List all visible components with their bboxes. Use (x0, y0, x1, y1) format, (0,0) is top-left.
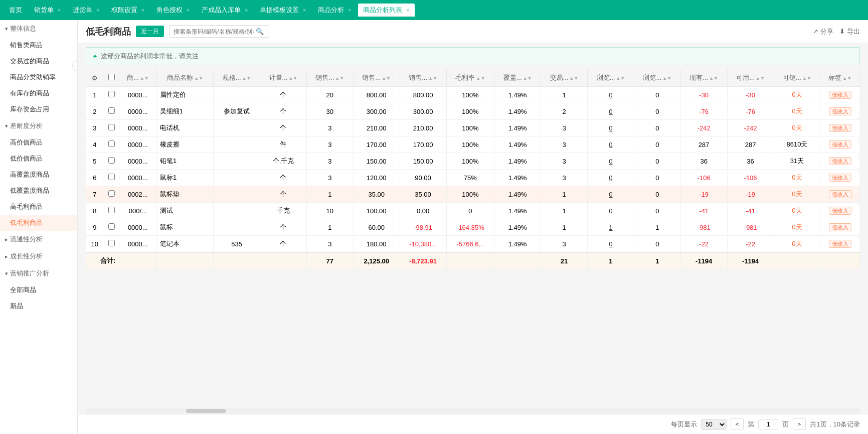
close-icon[interactable]: × (406, 7, 409, 13)
sidebar-item-in-stock[interactable]: 有库存的商品 (0, 85, 77, 101)
cell-name[interactable]: 属性定价 (157, 87, 214, 103)
sidebar-item-new-goods[interactable]: 新品 (0, 298, 77, 314)
row-checkbox[interactable] (108, 223, 115, 230)
cell-checkbox[interactable] (104, 103, 119, 120)
cell-checkbox[interactable] (104, 219, 119, 236)
sidebar-item-high-profit[interactable]: 高毛利商品 (0, 199, 77, 215)
horizontal-scrollbar[interactable] (86, 408, 860, 414)
filter-period-btn[interactable]: 近一月 (136, 26, 164, 37)
cell-checkbox[interactable] (104, 186, 119, 203)
col-sale-count[interactable]: 销售...▲▼ (306, 69, 353, 87)
sidebar-group-marketing[interactable]: ▾ 营销推广分析 (0, 265, 77, 282)
sidebar-item-all-goods[interactable]: 全部商品 (0, 282, 77, 298)
cell-name[interactable]: 鼠标1 (157, 170, 214, 186)
row-checkbox[interactable] (108, 190, 115, 197)
cell-checkbox[interactable] (104, 153, 119, 170)
cell-name[interactable]: 吴细细1 (157, 103, 214, 120)
nav-purchase[interactable]: 进货单 × (68, 4, 104, 17)
page-size-select[interactable]: 50 100 200 (701, 419, 727, 430)
nav-sales[interactable]: 销货单 × (29, 4, 66, 17)
sidebar-group-overall[interactable]: ▾ 整体信息 (0, 20, 77, 37)
scrollbar-thumb[interactable] (186, 409, 226, 413)
col-sale-profit[interactable]: 销售...▲▼ (400, 69, 446, 87)
select-all-checkbox[interactable] (108, 74, 115, 80)
cell-name[interactable]: 橡皮擦 (157, 136, 214, 153)
cell-checkbox[interactable] (104, 236, 119, 253)
nav-role[interactable]: 角色授权 × (151, 4, 195, 17)
col-spec[interactable]: 规格...▲▼ (214, 69, 260, 87)
cell-checkbox[interactable] (104, 87, 119, 103)
cell-browse1[interactable]: 0 (588, 236, 634, 253)
sidebar-item-category-rate[interactable]: 商品分类助销率 (0, 69, 77, 85)
row-checkbox[interactable] (108, 157, 115, 164)
cell-browse1[interactable]: 0 (588, 153, 634, 170)
sidebar-group-growth[interactable]: ▸ 成长性分析 (0, 248, 77, 265)
sidebar-item-inventory-capital[interactable]: 库存资金占用 (0, 101, 77, 117)
row-checkbox[interactable] (108, 140, 115, 147)
col-tag[interactable]: 标签▲▼ (820, 69, 860, 87)
sidebar-item-high-coverage[interactable]: 高覆盖度商品 (0, 167, 77, 183)
cell-browse1[interactable]: 1 (588, 219, 634, 236)
close-icon[interactable]: × (58, 7, 61, 13)
prev-page-btn[interactable]: ＜ (731, 418, 744, 430)
col-current[interactable]: 现有...▲▼ (680, 69, 727, 87)
cell-browse1[interactable]: 0 (588, 120, 634, 136)
row-checkbox[interactable] (108, 207, 115, 213)
cell-browse1[interactable]: 0 (588, 103, 634, 120)
cell-checkbox[interactable] (104, 136, 119, 153)
cell-name[interactable]: 笔记本 (157, 236, 214, 253)
row-checkbox[interactable] (108, 174, 115, 180)
close-icon[interactable]: × (245, 7, 248, 13)
cell-name[interactable]: 测试 (157, 203, 214, 219)
cell-browse1[interactable]: 0 (588, 87, 634, 103)
row-checkbox[interactable] (108, 107, 115, 114)
col-browse2[interactable]: 浏览...▲▼ (634, 69, 680, 87)
sidebar-item-high-value[interactable]: 高价值商品 (0, 134, 77, 151)
col-name[interactable]: 商品名称▲▼ (157, 69, 214, 87)
nav-product-entry[interactable]: 产成品入库单 × (197, 4, 253, 17)
cell-browse1[interactable]: 0 (588, 170, 634, 186)
row-checkbox[interactable] (108, 240, 115, 246)
cell-checkbox[interactable] (104, 203, 119, 219)
col-available[interactable]: 可用...▲▼ (727, 69, 774, 87)
nav-template[interactable]: 单据模板设置 × (255, 4, 311, 17)
cell-browse1[interactable]: 0 (588, 203, 634, 219)
cell-checkbox[interactable] (104, 170, 119, 186)
sidebar-item-sales-goods[interactable]: 销售类商品 (0, 37, 77, 53)
col-trade[interactable]: 交易...▲▼ (541, 69, 588, 87)
cell-name[interactable]: 电话机 (157, 120, 214, 136)
nav-product-analysis-list[interactable]: 商品分析列表 × (358, 4, 414, 17)
col-sale-price[interactable]: 销售...▲▼ (353, 69, 400, 87)
share-btn[interactable]: ↗ 分享 (813, 27, 833, 36)
search-icon[interactable]: 🔍 (256, 28, 264, 35)
nav-permission[interactable]: 权限设置 × (106, 4, 149, 17)
cell-browse1[interactable]: 0 (588, 186, 634, 203)
col-coverage[interactable]: 覆盖...▲▼ (494, 69, 541, 87)
search-input[interactable] (173, 28, 254, 35)
next-page-btn[interactable]: ＞ (793, 418, 806, 430)
sidebar-item-low-coverage[interactable]: 低覆盖度商品 (0, 183, 77, 199)
col-unit[interactable]: 计量...▲▼ (260, 69, 307, 87)
close-icon[interactable]: × (141, 7, 144, 13)
nav-home[interactable]: 首页 (4, 4, 27, 17)
close-icon[interactable]: × (96, 7, 99, 13)
cell-name[interactable]: 铅笔1 (157, 153, 214, 170)
col-code[interactable]: 商...▲▼ (119, 69, 157, 87)
col-gross-rate[interactable]: 毛利率▲▼ (446, 69, 494, 87)
sidebar-group-value[interactable]: ▾ 差耐度分析 (0, 117, 77, 134)
close-icon[interactable]: × (303, 7, 306, 13)
close-icon[interactable]: × (348, 7, 351, 13)
col-saleable[interactable]: 可销...▲▼ (774, 69, 820, 87)
cell-checkbox[interactable] (104, 120, 119, 136)
sidebar-group-circulation[interactable]: ▸ 流通性分析 (0, 231, 77, 248)
row-checkbox[interactable] (108, 91, 115, 97)
row-checkbox[interactable] (108, 124, 115, 130)
cell-name[interactable]: 鼠标垫 (157, 186, 214, 203)
export-btn[interactable]: ⬇ 导出 (839, 27, 860, 36)
nav-product-analysis[interactable]: 商品分析 × (313, 4, 356, 17)
col-browse1[interactable]: 浏览...▲▼ (588, 69, 634, 87)
cell-name[interactable]: 鼠标 (157, 219, 214, 236)
col-settings[interactable]: ⚙ (86, 69, 104, 87)
sidebar-item-traded-goods[interactable]: 交易过的商品 (0, 53, 77, 69)
sidebar-item-low-value[interactable]: 低价值商品 (0, 151, 77, 167)
